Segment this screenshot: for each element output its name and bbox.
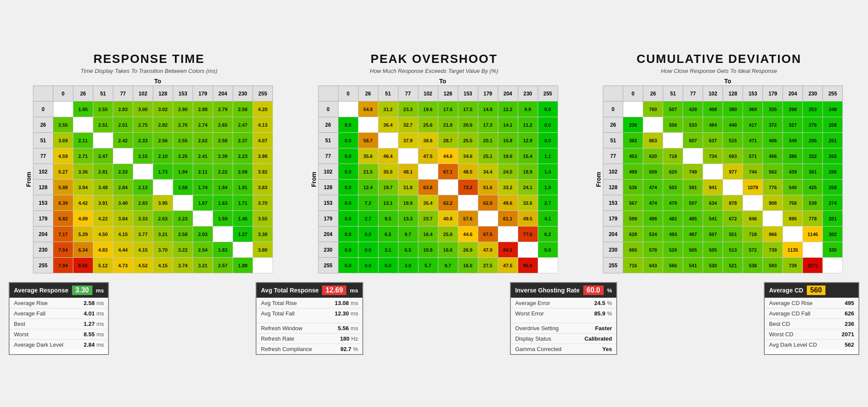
cell-6-5: 62.2 bbox=[438, 195, 458, 211]
cell-0-2: 507 bbox=[663, 102, 683, 117]
cell-8-10: 6.2 bbox=[538, 226, 558, 242]
cell-5-2: 3.48 bbox=[93, 180, 113, 195]
cell-3-5: 693 bbox=[723, 148, 743, 164]
main-container: RESPONSE TIME Time Display Takes To Tran… bbox=[9, 52, 859, 355]
cell-2-3: 2.42 bbox=[113, 133, 133, 148]
rt-stat-row-2: Best 1.27ms bbox=[10, 318, 108, 329]
cd-stat-row-4: Avg Dark Level CD 562 bbox=[765, 339, 858, 350]
cell-2-2 bbox=[93, 133, 113, 148]
cell-3-10: 3.98 bbox=[253, 148, 273, 164]
peak-overshoot-title: PEAK OVERSHOOT bbox=[371, 52, 497, 66]
col-header-7: 153 bbox=[173, 86, 193, 102]
cell-8-1: 0.0 bbox=[358, 226, 378, 242]
cell-4-4 bbox=[418, 164, 438, 180]
tr-unit-0: ms bbox=[351, 300, 358, 306]
cell-9-9 bbox=[233, 242, 253, 258]
cumulative-deviation-matrix-body: From 02651771021281531792042302550700507… bbox=[595, 85, 843, 273]
tr-stat-row-5: Refresh Compliance 92.7% bbox=[256, 344, 362, 354]
cell-4-7: 562 bbox=[763, 164, 783, 180]
cell-10-9: 1.88 bbox=[233, 258, 253, 273]
cell-10-5: 9.7 bbox=[438, 258, 458, 273]
table-row: 260.036.432.725.621.920.617.314.111.20.0 bbox=[318, 117, 558, 133]
cell-7-10: 4.1 bbox=[538, 211, 558, 226]
cell-4-9: 2.08 bbox=[233, 164, 253, 180]
cell-3-3 bbox=[113, 148, 133, 164]
os-label-4: Display Status bbox=[515, 335, 551, 342]
peak-overshoot-matrix-body: From 0265177102128153179204230255054.931… bbox=[310, 85, 558, 273]
cell-6-4: 35.4 bbox=[418, 195, 438, 211]
cell-4-8: 24.5 bbox=[498, 164, 518, 180]
cell-3-8: 2.39 bbox=[213, 148, 233, 164]
tr-value-5: 92.7 bbox=[340, 346, 351, 352]
rt-unit-0: ms bbox=[96, 300, 104, 306]
cell-1-9: 11.2 bbox=[518, 117, 538, 133]
tr-label-1: Avg Total Fall bbox=[261, 310, 295, 317]
cell-0-7: 2.88 bbox=[193, 102, 213, 117]
cell-6-8: 1.63 bbox=[213, 195, 233, 211]
cell-1-8: 2.65 bbox=[213, 117, 233, 133]
cell-3-5: 44.6 bbox=[438, 148, 458, 164]
col-header-5: 102 bbox=[133, 86, 153, 102]
cell-9-1: 578 bbox=[643, 242, 663, 258]
cell-5-5 bbox=[438, 180, 458, 195]
cell-8-1: 5.29 bbox=[73, 226, 93, 242]
col-header-1: 0 bbox=[53, 86, 73, 102]
cell-10-2: 5.12 bbox=[93, 258, 113, 273]
row-header-10: 255 bbox=[603, 258, 623, 273]
cd-label-3: Worst CD bbox=[769, 331, 793, 338]
cell-4-0: 5.27 bbox=[53, 164, 73, 180]
cell-0-0 bbox=[53, 102, 73, 117]
col-header-4: 77 bbox=[113, 86, 133, 102]
cell-8-3: 487 bbox=[683, 226, 703, 242]
cell-7-3: 3.84 bbox=[113, 211, 133, 226]
cell-6-4: 634 bbox=[703, 195, 723, 211]
rt-header-label: Average Response bbox=[14, 287, 69, 294]
cell-5-7: 776 bbox=[763, 180, 783, 195]
cell-7-3: 485 bbox=[683, 211, 703, 226]
cell-8-9: 1146 bbox=[803, 226, 823, 242]
cell-5-3: 591 bbox=[683, 180, 703, 195]
cell-1-1 bbox=[643, 117, 663, 133]
cell-6-2: 13.1 bbox=[378, 195, 398, 211]
cell-8-5: 25.8 bbox=[438, 226, 458, 242]
cell-9-6: 26.9 bbox=[458, 242, 478, 258]
cell-6-9: 539 bbox=[803, 195, 823, 211]
cd-header-value: 560 bbox=[807, 286, 825, 295]
row-header-5: 128 bbox=[33, 180, 53, 195]
cell-10-8: 47.5 bbox=[498, 258, 518, 273]
cell-8-7: 966 bbox=[763, 226, 783, 242]
cell-3-6: 571 bbox=[743, 148, 763, 164]
tr-header-label: Avg Total Response bbox=[261, 287, 319, 294]
cell-4-4 bbox=[703, 164, 723, 180]
cell-1-9: 276 bbox=[803, 117, 823, 133]
cell-8-2: 493 bbox=[663, 226, 683, 242]
col-header-5: 102 bbox=[703, 86, 723, 102]
rt-stat-row-3: Worst 8.55ms bbox=[10, 329, 108, 339]
cell-3-10: 1.1 bbox=[538, 148, 558, 164]
cell-9-7: 2.54 bbox=[193, 242, 213, 258]
col-header-0 bbox=[33, 86, 53, 102]
col-header-1: 0 bbox=[623, 86, 643, 102]
col-header-8: 179 bbox=[763, 86, 783, 102]
rt-label-4: Average Dark Level bbox=[14, 341, 63, 348]
cell-2-6: 2.55 bbox=[173, 133, 193, 148]
cell-1-8: 14.1 bbox=[498, 117, 518, 133]
cell-2-4: 2.33 bbox=[133, 133, 153, 148]
cell-7-7 bbox=[193, 211, 213, 226]
cell-7-8: 61.1 bbox=[498, 211, 518, 226]
tr-unit-4: Hz bbox=[351, 335, 358, 342]
cd-value-2: 236 bbox=[845, 321, 854, 327]
cell-1-2: 36.4 bbox=[378, 117, 398, 133]
col-header-9: 204 bbox=[213, 86, 233, 102]
row-header-0: 0 bbox=[603, 102, 623, 117]
cell-0-8: 298 bbox=[783, 102, 803, 117]
response-time-table: 026517710212815317920423025501.952.552.8… bbox=[33, 85, 273, 273]
col-header-10: 230 bbox=[803, 86, 823, 102]
table-row: 2557.948.555.124.734.524.153.743.212.571… bbox=[33, 258, 273, 273]
cell-5-4: 941 bbox=[703, 180, 723, 195]
row-header-9: 230 bbox=[318, 242, 338, 258]
cell-0-1: 1.95 bbox=[73, 102, 93, 117]
cell-0-9: 253 bbox=[803, 102, 823, 117]
cell-7-8: 895 bbox=[783, 211, 803, 226]
cell-7-8: 1.59 bbox=[213, 211, 233, 226]
